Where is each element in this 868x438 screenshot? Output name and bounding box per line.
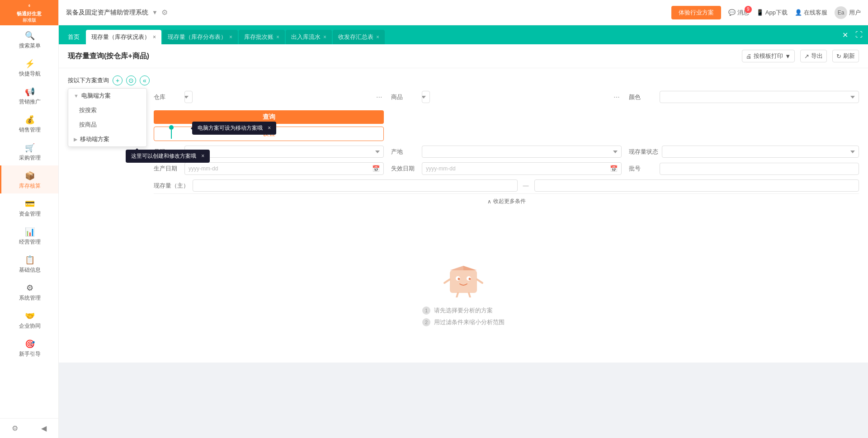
page-title-actions: 🖨 按模板打印 ▼ ↗ 导出 ↻ 刷新 <box>742 50 859 62</box>
tab-inventory-status[interactable]: 现存量（库存状况表） × <box>86 30 161 44</box>
sidebar-item-basic-info[interactable]: 📋 基础信息 <box>0 250 58 278</box>
tab-close-icon[interactable]: × <box>229 34 232 40</box>
refresh-button[interactable]: ↻ 刷新 <box>832 50 859 62</box>
warehouse-select[interactable] <box>184 91 193 103</box>
tab-close-icon[interactable]: × <box>153 34 156 40</box>
tab-close-icon[interactable]: × <box>276 34 279 40</box>
desktop-scheme-item[interactable]: ▼ 电脑端方案 <box>68 89 146 103</box>
sidebar-item-label: 系统管理 <box>19 294 41 302</box>
tab-summary[interactable]: 收发存汇总表 × <box>333 30 385 44</box>
stock-qty-min[interactable] <box>193 179 518 192</box>
product-select[interactable] <box>422 91 430 103</box>
tab-close-icon[interactable]: × <box>323 34 326 40</box>
warehouse-dots-icon[interactable]: ··· <box>374 93 384 101</box>
tab-home[interactable]: 首页 <box>62 30 85 44</box>
size-select[interactable] <box>184 146 384 158</box>
sidebar-item-finance[interactable]: 💳 资金管理 <box>0 193 58 221</box>
system-title: 装备及固定资产辅助管理系统 <box>66 9 148 17</box>
produce-date-placeholder: yyyy-mm-dd <box>189 165 218 172</box>
sidebar-item-search-menu[interactable]: 🔍 搜索菜单 <box>0 25 58 53</box>
tab-close-icon[interactable]: × <box>376 34 379 40</box>
sidebar-item-purchase[interactable]: 🛒 采购管理 <box>0 137 58 165</box>
size-select-wrapper <box>184 146 384 158</box>
dropdown-icon[interactable]: ▼ <box>152 9 158 16</box>
tab-inventory-dist[interactable]: 现存量（库存分布表） × <box>162 30 238 44</box>
origin-label: 产地 <box>391 148 418 156</box>
scheme-product-item[interactable]: 按商品 <box>68 118 146 132</box>
tip-num-2: 2 <box>422 318 430 326</box>
arrow-scheme-button[interactable]: « <box>140 75 150 85</box>
stock-status-select-wrapper <box>662 146 859 158</box>
product-label: 商品 <box>391 93 418 101</box>
produce-date-start[interactable]: yyyy-mm-dd 📅 <box>184 162 384 175</box>
filter-main: 仓库 ··· 商品 <box>154 91 859 193</box>
color-select[interactable] <box>660 91 859 103</box>
empty-tip-1: 1 请先选择要分析的方案 <box>422 306 505 315</box>
tab-flow[interactable]: 出入库流水 × <box>286 30 332 44</box>
sidebar-item-inventory[interactable]: 📦 库存核算 <box>0 165 58 193</box>
sidebar-item-system[interactable]: ⚙ 系统管理 <box>0 278 58 306</box>
desktop-scheme-label: 电脑端方案 <box>81 92 111 100</box>
user-profile[interactable]: Ea 用户 <box>835 6 861 19</box>
empty-tip-1-text: 请先选择要分析的方案 <box>434 306 493 315</box>
calendar-icon-2[interactable]: 📅 <box>610 165 618 172</box>
industry-plan-button[interactable]: 体验行业方案 <box>671 6 721 19</box>
range-separator: — <box>521 182 531 189</box>
maximize-icon[interactable]: ⛶ <box>854 29 864 41</box>
stock-status-select[interactable] <box>662 146 859 158</box>
sidebar-item-cooperation[interactable]: 🤝 企业协同 <box>0 306 58 334</box>
tooltip-scheme-close[interactable]: × <box>268 125 271 131</box>
collapse-bar[interactable]: ∧ 收起更多条件 <box>154 193 859 209</box>
stock-qty-label: 现存量（主） <box>154 182 189 190</box>
batch-label: 批号 <box>629 165 656 173</box>
system-icon: ⚙ <box>26 283 33 293</box>
arrow-down-icon: ▼ <box>74 93 79 99</box>
sales-icon: 💰 <box>25 115 35 125</box>
print-button[interactable]: 🖨 按模板打印 ▼ <box>742 50 795 62</box>
export-label: 导出 <box>811 52 823 60</box>
batch-input[interactable] <box>660 163 859 175</box>
collapse-label: 收起更多条件 <box>493 198 526 205</box>
filter-group-produce-date: 生产日期 yyyy-mm-dd 📅 <box>154 162 384 175</box>
stock-status-label: 现存量状态 <box>629 148 658 156</box>
empty-tip-2-text: 用过滤条件来缩小分析范围 <box>434 318 505 326</box>
sidebar-item-sales[interactable]: 💰 销售管理 <box>0 109 58 137</box>
calendar-icon[interactable]: 📅 <box>372 165 380 172</box>
app-download-button[interactable]: 📱 App下载 <box>756 9 788 17</box>
expire-date-label: 失效日期 <box>391 165 418 173</box>
origin-select[interactable] <box>422 146 621 158</box>
sidebar-item-operation[interactable]: 📊 经营管理 <box>0 221 58 250</box>
empty-tip-2: 2 用过滤条件来缩小分析范围 <box>422 318 505 326</box>
add-scheme-button[interactable]: + <box>113 75 123 85</box>
tab-label: 收发存汇总表 <box>338 33 373 41</box>
connector-indicator <box>169 125 174 139</box>
app-logo: 6 畅通好生意 标准版 <box>0 0 58 25</box>
filter-form: 仓库 ··· 商品 <box>154 91 859 193</box>
arrow-right-icon: ▶ <box>74 137 77 142</box>
sidebar-item-guide[interactable]: 🎯 新手引导 <box>0 334 58 362</box>
sidebar-item-quick-nav[interactable]: ⚡ 快捷导航 <box>0 53 58 81</box>
connector-dot <box>169 125 174 130</box>
mobile-scheme-item[interactable]: ▶ 移动端方案 <box>68 132 146 146</box>
notice-button[interactable]: 💬 消息 9 <box>728 9 749 17</box>
operation-icon: 📊 <box>25 227 35 237</box>
tab-batch-account[interactable]: 库存批次账 × <box>239 30 285 44</box>
stock-qty-max[interactable] <box>534 179 859 192</box>
filter-area: 按以下方案查询 + ⊙ « ▼ 电脑端方案 按搜索 按商品 <box>59 68 868 216</box>
svg-point-7 <box>458 278 460 280</box>
scheme-sub-item-label: 按搜索 <box>79 106 97 114</box>
tooltip-create-close[interactable]: × <box>201 153 204 159</box>
cooperation-icon: 🤝 <box>25 311 35 321</box>
expire-date-start[interactable]: yyyy-mm-dd 📅 <box>422 162 621 175</box>
collapse-sidebar-icon[interactable]: ◀ <box>41 424 47 433</box>
online-service-button[interactable]: 👤 在线客服 <box>795 9 827 17</box>
scheme-search-item[interactable]: 按搜索 <box>68 103 146 118</box>
purchase-icon: 🛒 <box>25 143 35 153</box>
settings-icon[interactable]: ⚙ <box>12 424 18 433</box>
export-button[interactable]: ↗ 导出 <box>800 50 827 62</box>
close-tab-icon[interactable]: ✕ <box>840 29 850 41</box>
settings-gear-icon[interactable]: ⚙ <box>161 8 168 17</box>
product-dots-icon[interactable]: ··· <box>612 93 621 101</box>
sidebar-item-marketing[interactable]: 📢 营销推广 <box>0 81 58 109</box>
edit-scheme-button[interactable]: ⊙ <box>126 75 136 85</box>
